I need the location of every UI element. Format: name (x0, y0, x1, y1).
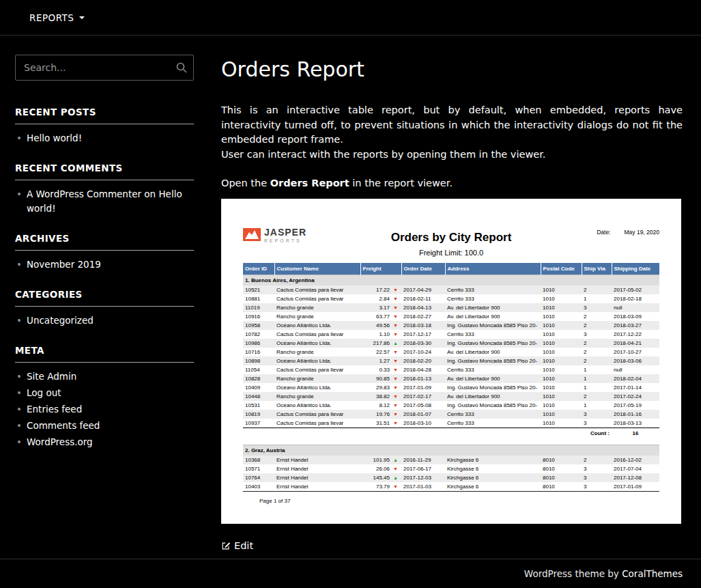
count-label: Count : (243, 428, 612, 439)
table-cell: Ernst Handel (274, 464, 360, 473)
table-cell: Cactus Comidas para llevar (274, 410, 360, 419)
list-item: Comments feed (15, 419, 194, 433)
table-cell: 1 (582, 401, 612, 410)
freight-cell: 22.57▼ (360, 348, 401, 356)
table-cell: 2017-12-17 (401, 330, 445, 339)
sidebar-link[interactable]: Log out (27, 387, 61, 398)
report-date: Date:May 19, 2020 (597, 229, 659, 236)
table-cell: 10782 (243, 330, 274, 339)
table-cell: 2018-03-06 (612, 356, 659, 365)
table-row: 10916Rancho grande63.77▼2018-02-27Av. de… (243, 312, 659, 321)
table-cell: 8010 (541, 482, 582, 492)
sidebar-link[interactable]: Hello world! (27, 132, 82, 143)
trend-down-icon: ▼ (392, 323, 399, 328)
table-cell: 2 (582, 312, 612, 321)
group-count-row: Count :16 (243, 428, 659, 439)
table-cell: Ing. Gustavo Moncada 8585 Piso 20- (445, 401, 541, 410)
table-cell: 3 (582, 482, 612, 492)
table-cell: 1010 (541, 356, 582, 365)
freight-cell: 19.76▼ (360, 410, 401, 419)
sidebar-link[interactable]: A WordPress Commenter (27, 188, 141, 199)
table-cell: 1010 (541, 339, 582, 348)
table-cell: 2018-03-18 (401, 321, 445, 330)
table-cell: 2018-03-27 (612, 321, 659, 330)
table-cell: 10828 (243, 374, 274, 383)
reports-menu-toggle[interactable]: REPORTS (29, 12, 85, 23)
freight-value: 31.51 (376, 420, 390, 426)
table-cell: Océano Atlántico Ltda. (274, 356, 360, 365)
trend-down-icon: ▼ (392, 332, 399, 337)
table-cell: Rancho grande (274, 392, 360, 401)
freight-cell: 29.83▼ (360, 383, 401, 392)
table-cell: Cactus Comidas para llevar (274, 285, 360, 294)
table-cell: 2018-03-13 (612, 419, 659, 428)
freight-value: 0.33 (379, 367, 390, 373)
table-cell: 1010 (541, 365, 582, 374)
table-cell: Ernst Handel (274, 456, 360, 464)
table-cell: 10409 (243, 383, 274, 392)
sidebar-section-meta: METASite AdminLog outEntries feedComment… (15, 345, 194, 449)
column-header: Order ID (243, 263, 274, 275)
sidebar-link[interactable]: November 2019 (27, 259, 101, 270)
group-spacer (243, 438, 659, 445)
table-cell: 2017-04-29 (401, 285, 445, 294)
table-cell: 10819 (243, 410, 274, 419)
trend-down-icon: ▼ (392, 376, 399, 381)
list-item: Uncategorized (15, 313, 194, 328)
table-cell: 2018-03-10 (401, 419, 445, 428)
list-item: Hello world! (15, 131, 194, 145)
table-cell: 2018-02-18 (612, 294, 659, 303)
sidebar-link[interactable]: Site Admin (27, 371, 76, 382)
table-cell: 2 (582, 339, 612, 348)
table-cell: null (612, 303, 659, 312)
sidebar-link[interactable]: Comments feed (27, 420, 100, 431)
sidebar-list-categories: Uncategorized (15, 313, 194, 328)
report-date-label: Date: (597, 229, 610, 236)
table-cell: 2017-12-03 (401, 473, 445, 482)
table-cell: 2017-01-09 (401, 383, 445, 392)
freight-value: 17.22 (376, 287, 390, 293)
table-cell: 10531 (243, 401, 274, 410)
table-row: 10819Cactus Comidas para llevar19.76▼201… (243, 410, 659, 419)
table-row: 10986Océano Atlántico Ltda.217.86▲2018-0… (243, 339, 659, 348)
table-cell: 8010 (541, 473, 582, 482)
search-input[interactable] (24, 62, 175, 73)
freight-value: 90.85 (376, 376, 390, 382)
trend-down-icon: ▼ (392, 466, 399, 471)
column-header: Postal Code (541, 263, 582, 275)
page-layout: RECENT POSTSHello world!RECENT COMMENTSA… (0, 36, 701, 552)
table-row: 10782Cactus Comidas para llevar1.10▼2017… (243, 330, 659, 339)
table-cell: 10368 (243, 456, 274, 464)
sidebar-heading-meta: META (15, 345, 194, 363)
table-row: 10898Océano Atlántico Ltda.1.27▼2018-02-… (243, 356, 659, 365)
table-cell: Ing. Gustavo Moncada 8585 Piso 20- (445, 356, 541, 365)
reports-menu-label: REPORTS (29, 12, 74, 23)
sidebar-link[interactable]: WordPress.org (27, 436, 93, 447)
sidebar-link[interactable]: Entries feed (27, 404, 82, 415)
theme-author-link[interactable]: CoralThemes (622, 568, 683, 579)
trend-down-icon: ▼ (392, 403, 399, 408)
table-cell: Ernst Handel (274, 473, 360, 482)
freight-cell: 38.82▼ (360, 392, 401, 401)
table-cell: 2018-04-28 (401, 365, 445, 374)
table-cell: Av. del Libertador 900 (445, 312, 541, 321)
table-cell: 3 (582, 464, 612, 473)
table-cell: 3 (582, 303, 612, 312)
list-item: Site Admin (15, 369, 194, 384)
group-name: 2. Graz, Austria (243, 445, 659, 456)
table-cell: Cactus Comidas para llevar (274, 294, 360, 303)
freight-value: 2.84 (379, 296, 390, 302)
edit-post-link[interactable]: Edit (221, 540, 253, 551)
sidebar-list-meta: Site AdminLog outEntries feedComments fe… (15, 369, 194, 449)
orders-report-link[interactable]: Orders Report (270, 178, 349, 188)
table-cell: 10403 (243, 482, 274, 492)
freight-value: 29.83 (376, 384, 390, 391)
table-row: 10521Cactus Comidas para llevar17.22▼201… (243, 285, 659, 294)
table-cell: 2018-03-30 (401, 339, 445, 348)
sidebar-link[interactable]: Uncategorized (27, 315, 94, 326)
search-submit-button[interactable] (175, 61, 188, 74)
column-header: Shipping Date (612, 263, 659, 275)
table-cell: Kirchgasse 6 (445, 464, 541, 473)
search-icon (175, 61, 188, 74)
table-cell: 2017-02-24 (612, 392, 659, 401)
